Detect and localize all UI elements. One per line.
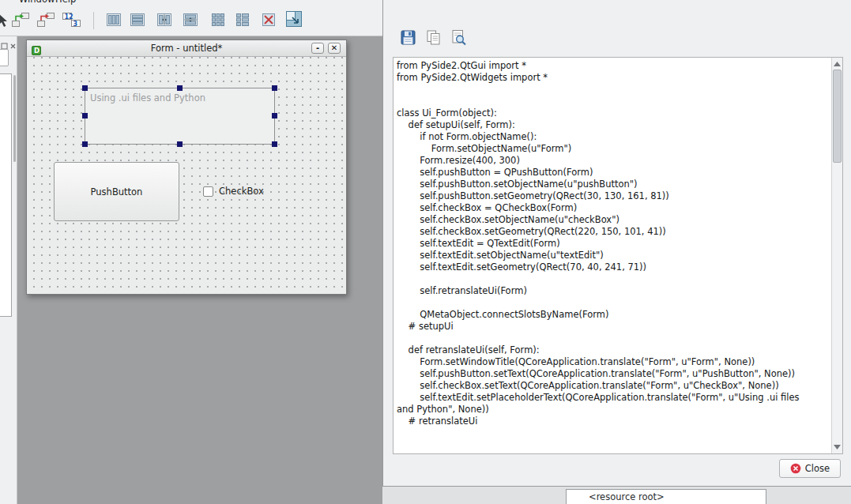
scroll-up-icon[interactable] xyxy=(832,58,842,70)
code-line: if not Form.objectName(): xyxy=(397,131,830,143)
code-line: # setupUi xyxy=(397,321,830,333)
code-line: self.pushButton.setGeometry(QRect(30, 13… xyxy=(397,190,830,202)
layout-horizontal-splitter-icon[interactable] xyxy=(155,9,174,30)
menu-window[interactable]: Window xyxy=(19,0,55,5)
find-icon[interactable] xyxy=(450,28,468,47)
code-line: self.textEdit.setPlaceholderText(QCoreAp… xyxy=(397,392,830,404)
code-line xyxy=(397,297,830,309)
code-view[interactable]: from PySide2.QtGui import * from PySide2… xyxy=(393,57,843,454)
layout-vertical-splitter-icon[interactable] xyxy=(181,9,200,30)
code-line: def setupUi(self, Form): xyxy=(397,119,830,131)
code-line: and Python", None)) xyxy=(397,404,830,416)
code-line xyxy=(397,84,830,96)
code-line xyxy=(397,333,830,344)
code-line: self.pushButton.setText(QCoreApplication… xyxy=(397,368,830,380)
resource-root-item[interactable]: <resource root> xyxy=(566,489,766,504)
break-layout-icon[interactable] xyxy=(259,9,278,30)
code-line: from PySide2.QtGui import * xyxy=(397,60,830,72)
close-button[interactable]: ✕ xyxy=(328,43,341,54)
code-line: Form.resize(400, 300) xyxy=(397,155,830,167)
code-line: self.textEdit = QTextEdit(Form) xyxy=(397,238,830,250)
code-line xyxy=(397,273,830,285)
form-designer-window: D Form - untitled* - ✕ Using .ui files a… xyxy=(26,39,347,295)
widget-filter-input[interactable] xyxy=(0,49,9,66)
widget-box-scrollbar[interactable] xyxy=(13,75,16,162)
layout-grid-icon[interactable] xyxy=(209,9,228,30)
code-line: self.textEdit.setObjectName(u"textEdit") xyxy=(397,250,830,261)
close-button-label: Close xyxy=(805,463,830,474)
edit-signals-slots-icon[interactable] xyxy=(11,9,30,30)
dialog-close-button[interactable]: Close xyxy=(779,459,841,478)
selection-handle-top-left[interactable] xyxy=(82,85,88,91)
code-line: self.pushButton.setObjectName(u"pushButt… xyxy=(397,179,830,190)
selection-handle-mid-right[interactable] xyxy=(272,113,277,118)
svg-text:3: 3 xyxy=(73,21,78,28)
minimize-button[interactable]: - xyxy=(311,43,324,54)
selection-handle-bottom-right[interactable] xyxy=(272,141,277,147)
form-canvas[interactable]: Using .ui files and Python PushButton Ch… xyxy=(27,57,346,294)
menubar: Window Help xyxy=(0,0,382,6)
layout-vertical-icon[interactable] xyxy=(128,9,147,30)
mdi-area: D Form - untitled* - ✕ Using .ui files a… xyxy=(17,36,382,504)
code-line: self.pushButton = QPushButton(Form) xyxy=(397,167,830,179)
widget-box-list[interactable] xyxy=(0,73,12,317)
checkbox-indicator[interactable] xyxy=(203,186,213,197)
code-line: # retranslateUi xyxy=(397,416,830,427)
code-scrollbar[interactable] xyxy=(831,58,842,453)
code-line: self.checkBox.setText(QCoreApplication.t… xyxy=(397,380,830,392)
checkbox-widget[interactable]: CheckBox xyxy=(203,185,264,197)
code-line: Form.setObjectName(u"Form") xyxy=(397,143,830,155)
save-icon[interactable] xyxy=(399,28,417,47)
selection-handle-top-center[interactable] xyxy=(177,85,183,91)
selection-handle-mid-left[interactable] xyxy=(82,113,88,118)
code-line: def retranslateUi(self, Form): xyxy=(397,344,830,356)
resource-root-label: <resource root> xyxy=(589,491,665,502)
edit-buddies-icon[interactable] xyxy=(36,9,55,30)
dock-title-buttons xyxy=(1,38,17,45)
code-line xyxy=(397,96,830,107)
code-line: self.checkBox.setObjectName(u"checkBox") xyxy=(397,214,830,226)
toolbar-separator xyxy=(93,12,94,29)
layout-horizontal-icon[interactable] xyxy=(104,9,123,30)
code-line: self.checkBox = QCheckBox(Form) xyxy=(397,202,830,214)
dock-close-icon[interactable] xyxy=(9,38,17,45)
selection-handle-bottom-center[interactable] xyxy=(177,141,183,147)
main-toolbar: Window Help 123 xyxy=(0,0,382,36)
layout-form-icon[interactable] xyxy=(233,9,252,30)
selection-handle-top-right[interactable] xyxy=(272,85,277,91)
menu-help[interactable]: Help xyxy=(55,0,76,5)
code-line: QMetaObject.connectSlotsByName(Form) xyxy=(397,309,830,321)
copy-icon[interactable] xyxy=(424,28,442,47)
checkbox-label: CheckBox xyxy=(219,186,264,197)
code-line: self.checkBox.setGeometry(QRect(220, 150… xyxy=(397,226,830,238)
edit-widgets-icon[interactable] xyxy=(0,9,10,30)
edit-tab-order-icon[interactable]: 123 xyxy=(61,9,83,30)
code-text: from PySide2.QtGui import * from PySide2… xyxy=(393,58,831,453)
scroll-down-icon[interactable] xyxy=(832,442,842,453)
dock-float-icon[interactable] xyxy=(1,38,8,45)
resource-browser-strip: <resource root> xyxy=(382,487,851,504)
close-circle-icon xyxy=(790,463,801,474)
code-line: self.retranslateUi(Form) xyxy=(397,285,830,297)
code-line: self.textEdit.setGeometry(QRect(70, 40, … xyxy=(397,261,830,273)
code-line: from PySide2.QtWidgets import * xyxy=(397,72,830,84)
svg-text:12: 12 xyxy=(65,13,73,21)
scrollbar-thumb[interactable] xyxy=(833,70,842,163)
code-line: Form.setWindowTitle(QCoreApplication.tra… xyxy=(397,356,830,368)
form-window-title: Form - untitled* xyxy=(27,43,346,54)
code-line: class Ui_Form(object): xyxy=(397,107,830,119)
textedit-widget[interactable]: Using .ui files and Python xyxy=(85,88,275,145)
widget-box-dock xyxy=(0,36,17,504)
form-window-titlebar[interactable]: D Form - untitled* - ✕ xyxy=(27,40,346,57)
selection-handle-bottom-left[interactable] xyxy=(82,141,88,147)
qt-designer-screen: Window Help 123 xyxy=(0,0,851,504)
code-preview-dialog: from PySide2.QtGui import * from PySide2… xyxy=(382,0,851,487)
pushbutton-widget[interactable]: PushButton xyxy=(54,162,179,221)
textedit-placeholder: Using .ui files and Python xyxy=(90,92,205,103)
adjust-size-icon[interactable] xyxy=(284,9,305,30)
